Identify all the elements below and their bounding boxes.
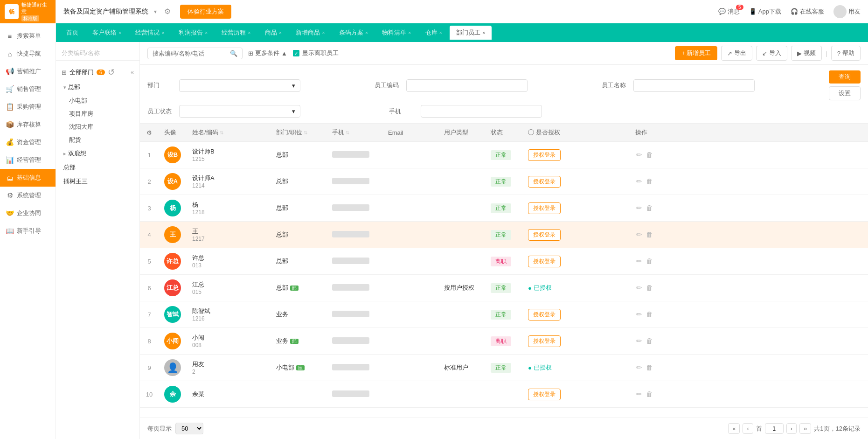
video-button[interactable]: ▶ 视频	[791, 46, 822, 61]
dept-child-xiaodian[interactable]: 小电部	[56, 94, 139, 107]
prev-page-button[interactable]: ‹	[743, 423, 753, 434]
dept-parent-chashuwangsan[interactable]: 插树王三	[56, 174, 139, 188]
dept-parent-zongbu[interactable]: ▾ 总部	[56, 80, 139, 94]
sidebar-item-enterprise[interactable]: 🤝 企业协同	[0, 204, 56, 222]
dept-child-project[interactable]: 项目库房	[56, 107, 139, 120]
tab-operation-history[interactable]: 经营历程 ×	[215, 26, 257, 40]
tab-profit-report[interactable]: 利润报告 ×	[172, 26, 214, 40]
delete-icon[interactable]: 🗑	[646, 230, 653, 238]
dept-parent-zongbu2[interactable]: 总部	[56, 160, 139, 174]
tab-close-icon[interactable]: ×	[365, 30, 368, 35]
th-phone[interactable]: 手机 ⇅	[326, 124, 382, 142]
delete-icon[interactable]: 🗑	[646, 310, 653, 318]
first-page-button[interactable]: «	[728, 423, 740, 434]
delete-icon[interactable]: 🗑	[646, 284, 653, 292]
edit-icon[interactable]: ✏	[636, 177, 642, 185]
auth-login-button[interactable]: 授权登录	[528, 229, 561, 241]
import-button[interactable]: ↙ 导入	[756, 46, 787, 61]
auth-login-button[interactable]: 授权登录	[528, 309, 561, 321]
delete-icon[interactable]: 🗑	[646, 337, 653, 345]
try-button[interactable]: 体验行业方案	[180, 5, 231, 19]
auth-login-button[interactable]: 授权登录	[528, 202, 561, 214]
tab-close-icon[interactable]: ×	[205, 30, 208, 35]
phone-input[interactable]	[421, 105, 542, 118]
dept-search-input[interactable]	[62, 49, 140, 56]
delete-icon[interactable]: 🗑	[646, 257, 653, 265]
sidebar-item-finance[interactable]: 💰 资金管理	[0, 133, 56, 151]
sidebar-item-system[interactable]: ⚙ 系统管理	[0, 187, 56, 204]
sidebar-item-basic-info[interactable]: 🗂 基础信息	[0, 169, 56, 187]
sidebar-item-inventory[interactable]: 📦 库存核算	[0, 116, 56, 133]
edit-icon[interactable]: ✏	[636, 257, 642, 265]
auth-login-button[interactable]: 授权登录	[528, 256, 561, 267]
show-resigned[interactable]: ✓ 显示离职员工	[293, 49, 339, 57]
sidebar-item-quicknav[interactable]: ⌂ 快捷导航	[0, 45, 56, 63]
user-menu[interactable]: 用友	[833, 5, 861, 18]
tab-warehouse[interactable]: 仓库 ×	[419, 26, 449, 40]
edit-icon[interactable]: ✏	[636, 230, 642, 238]
edit-icon[interactable]: ✏	[636, 337, 642, 345]
last-page-button[interactable]: »	[799, 423, 811, 434]
tab-home[interactable]: 首页	[60, 26, 85, 40]
dept-child-shenyang[interactable]: 沈阳大库	[56, 120, 139, 133]
search-input[interactable]	[153, 50, 227, 57]
dept-child-peihua[interactable]: 配货	[56, 133, 139, 146]
dept-header[interactable]: ⊞ 全部部门 6 ↺ «	[56, 64, 139, 80]
tab-close-icon[interactable]: ×	[161, 30, 164, 35]
edit-icon[interactable]: ✏	[636, 284, 642, 292]
delete-icon[interactable]: 🗑	[646, 204, 653, 212]
tab-close-icon[interactable]: ×	[408, 30, 411, 35]
help-button[interactable]: ? 帮助	[831, 46, 861, 61]
settings-icon[interactable]: ⚙	[164, 7, 171, 16]
edit-icon[interactable]: ✏	[636, 204, 642, 212]
tab-bom[interactable]: 物料清单 ×	[375, 26, 417, 40]
emp-name-input[interactable]	[633, 79, 755, 92]
auth-login-button[interactable]: 授权登录	[528, 149, 561, 161]
search-button[interactable]: 查询	[829, 70, 861, 84]
sidebar-item-search[interactable]: ≡ 搜索菜单	[0, 27, 56, 45]
app-download-button[interactable]: 📱 App下载	[749, 7, 781, 16]
dept-parent-shuangluxiang[interactable]: ▸ 双鹿想	[56, 146, 139, 160]
th-dept[interactable]: 部门/职位 ⇅	[271, 124, 326, 142]
emp-status-select[interactable]: ▾	[179, 105, 300, 118]
page-input[interactable]	[765, 423, 784, 434]
sidebar-item-sales[interactable]: 🛒 销售管理	[0, 80, 56, 98]
edit-icon[interactable]: ✏	[636, 310, 642, 318]
collapse-icon[interactable]: «	[131, 69, 134, 76]
sidebar-item-purchase[interactable]: 📋 采购管理	[0, 98, 56, 116]
tab-close-icon[interactable]: ×	[439, 30, 442, 35]
tab-close-icon[interactable]: ×	[118, 30, 121, 35]
sidebar-item-guide[interactable]: 📖 新手引导	[0, 222, 56, 240]
tab-close-icon[interactable]: ×	[279, 30, 282, 35]
delete-icon[interactable]: 🗑	[646, 363, 653, 371]
th-name[interactable]: 姓名/编码 ⇅	[187, 124, 271, 142]
tab-department-staff[interactable]: 部门员工 ×	[450, 26, 492, 40]
dept-select[interactable]: ▾	[179, 79, 300, 92]
refresh-icon[interactable]: ↺	[108, 67, 115, 77]
tab-close-icon[interactable]: ×	[248, 30, 250, 35]
add-employee-button[interactable]: + 新增员工	[675, 46, 717, 60]
online-service-button[interactable]: 🎧 在线客服	[791, 7, 824, 16]
dropdown-arrow-icon[interactable]: ▾	[154, 8, 157, 15]
delete-icon[interactable]: 🗑	[646, 390, 653, 398]
tab-operation-status[interactable]: 经营情况 ×	[129, 26, 171, 40]
tab-close-icon[interactable]: ×	[322, 30, 325, 35]
th-settings[interactable]: ⚙	[140, 124, 159, 142]
edit-icon[interactable]: ✏	[636, 363, 642, 371]
tab-add-goods[interactable]: 新增商品 ×	[289, 26, 331, 40]
auth-login-button[interactable]: 授权登录	[528, 335, 561, 347]
edit-icon[interactable]: ✏	[636, 151, 642, 159]
edit-icon[interactable]: ✏	[636, 390, 642, 398]
delete-icon[interactable]: 🗑	[646, 177, 653, 185]
tab-customer[interactable]: 客户联络 ×	[86, 26, 128, 40]
set-button[interactable]: 设置	[829, 86, 861, 100]
sidebar-item-marketing[interactable]: 📢 营销推广	[0, 63, 56, 80]
tab-goods[interactable]: 商品 ×	[258, 26, 288, 40]
auth-login-button[interactable]: 授权登录	[528, 389, 561, 400]
delete-icon[interactable]: 🗑	[646, 151, 653, 159]
next-page-button[interactable]: ›	[786, 423, 797, 434]
auth-login-button[interactable]: 授权登录	[528, 176, 561, 188]
tab-close-icon[interactable]: ×	[482, 30, 485, 35]
more-filter-button[interactable]: ⊞ 更多条件 ▲	[248, 49, 287, 57]
tab-barcode[interactable]: 条码方案 ×	[333, 26, 375, 40]
